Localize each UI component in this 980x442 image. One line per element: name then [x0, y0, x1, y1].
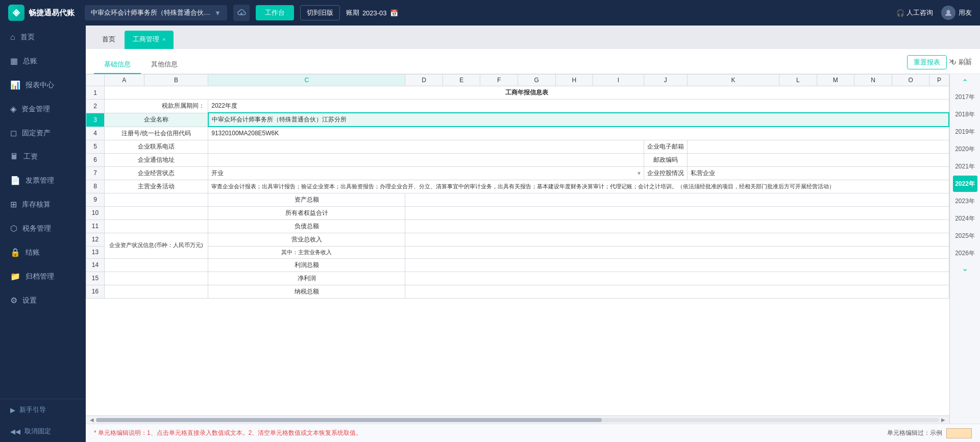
sidebar-item-assets[interactable]: ◻ 固定资产: [0, 121, 86, 145]
table-row: 6 企业通信地址 邮政编码: [86, 153, 949, 166]
tab-industry[interactable]: 工商管理 ×: [125, 31, 174, 49]
customer-service-btn[interactable]: 🎧 人工咨询: [896, 8, 933, 17]
unpin-btn[interactable]: ◀◀ 取消固定: [0, 421, 86, 442]
cell-biz-status-value[interactable]: 开业 ▼: [208, 166, 644, 180]
cell-debt-value[interactable]: [405, 219, 949, 233]
col-i-header: I: [593, 75, 644, 86]
col-m-header: M: [817, 75, 854, 86]
reset-report-button[interactable]: 重置报表: [907, 55, 947, 69]
col-c-header: C: [208, 75, 405, 86]
period-label: 账期: [346, 8, 359, 17]
scroll-thumb[interactable]: [96, 418, 602, 422]
sidebar-item-reports[interactable]: 📊 报表中心: [0, 73, 86, 97]
sidebar-item-archive[interactable]: 📁 归档管理: [0, 264, 86, 288]
tab-close-icon[interactable]: ×: [162, 36, 165, 42]
cell-reg-value[interactable]: 91320100MA208E5W6K: [208, 127, 949, 140]
calendar-icon[interactable]: 📅: [390, 9, 398, 17]
sub-tab-other[interactable]: 其他信息: [141, 56, 188, 74]
sub-tab-basic[interactable]: 基础信息: [94, 56, 141, 74]
cell-postcode-value[interactable]: [687, 153, 949, 166]
sidebar-item-funds[interactable]: ◈ 资金管理: [0, 97, 86, 121]
cell-profit-value[interactable]: [405, 258, 949, 272]
year-2023[interactable]: 2023年: [953, 193, 977, 209]
scroll-left-arrow[interactable]: ◀: [88, 416, 96, 424]
tab-industry-label: 工商管理: [133, 35, 159, 44]
sidebar-label-wages: 工资: [23, 152, 38, 161]
cell-phone-value[interactable]: [208, 140, 644, 153]
cell-email-value[interactable]: [687, 140, 949, 153]
cell-address-label: 企业通信地址: [105, 153, 208, 166]
table-row: 7 企业经营状态 开业 ▼ 企业控股情况 私营企业: [86, 166, 949, 180]
cell-net-profit-value[interactable]: [405, 272, 949, 285]
service-label: 人工咨询: [906, 8, 933, 17]
spreadsheet-scroll[interactable]: A B C D E F G H I J: [86, 74, 949, 415]
scroll-right-arrow[interactable]: ▶: [939, 416, 947, 424]
cell-main-rev-value[interactable]: [405, 246, 949, 258]
row-num-1: 1: [86, 86, 105, 100]
year-2017[interactable]: 2017年: [953, 89, 977, 105]
cloud-sync-icon[interactable]: [233, 5, 250, 21]
row-num-9: 9: [86, 193, 105, 206]
row-num-12: 12: [86, 233, 105, 246]
year-2021[interactable]: 2021年: [953, 158, 977, 175]
cell-net-profit-label: 净利润: [208, 272, 405, 285]
scroll-track[interactable]: [96, 418, 939, 422]
cell-tax-value[interactable]: [405, 285, 949, 298]
tax-icon: ⬡: [10, 224, 17, 233]
horizontal-scrollbar[interactable]: ◀ ▶: [86, 415, 949, 424]
assets-icon: ◻: [10, 128, 17, 138]
window-expand-button[interactable]: ⛶: [962, 55, 974, 67]
sidebar-item-inventory[interactable]: ⊞ 库存核算: [0, 192, 86, 216]
row-num-2: 2: [86, 100, 105, 113]
company-selector[interactable]: 中审众环会计师事务所（特殊普通合伙… ▼: [85, 5, 227, 20]
cell-reg-label: 注册号/统一社会信用代码: [105, 127, 208, 140]
sidebar-item-settings[interactable]: ⚙ 设置: [0, 288, 86, 312]
year-2019[interactable]: 2019年: [953, 124, 977, 140]
year-scroll-up-button[interactable]: ⌃: [956, 76, 974, 88]
svg-point-0: [15, 11, 18, 14]
old-version-button[interactable]: 切到旧版: [300, 5, 340, 20]
sidebar-item-home[interactable]: ⌂ 首页: [0, 26, 86, 49]
year-2026[interactable]: 2026年: [953, 245, 977, 261]
newbie-guide-btn[interactable]: ▶ 新手引导: [0, 399, 86, 421]
cell-main-biz-value[interactable]: 审查企业会计报表；出具审计报告；验证企业资本；出具验资报告；办理企业合开、分立、…: [208, 180, 949, 193]
cell-company-value[interactable]: 中审众环会计师事务所（特殊普通合伙）江苏分所: [208, 113, 949, 127]
year-2024[interactable]: 2024年: [953, 210, 977, 227]
col-h-header: H: [555, 75, 593, 86]
sidebar-label-close: 结账: [26, 248, 40, 257]
sidebar-item-ledger[interactable]: ▦ 总账: [0, 49, 86, 73]
cell-holding-label: 企业控股情况: [644, 166, 687, 180]
row-num-16: 16: [86, 285, 105, 298]
sidebar-item-wages[interactable]: 🖩 工资: [0, 145, 86, 168]
top-header: 畅捷通易代账 中审众环会计师事务所（特殊普通合伙… ▼ 工作台 切到旧版 账期 …: [0, 0, 980, 26]
sub-tabs: 基础信息 其他信息 重置报表 ↻ 刷新: [86, 49, 980, 74]
user-area[interactable]: 用友: [941, 6, 972, 20]
cell-period-value[interactable]: 2022年度: [208, 100, 949, 113]
cell-asset-value[interactable]: [405, 193, 949, 206]
cell-address-value[interactable]: [208, 153, 644, 166]
table-row: 10 所有者权益合计: [86, 206, 949, 219]
sidebar-label-settings: 设置: [22, 296, 37, 305]
spreadsheet-main: A B C D E F G H I J: [86, 74, 949, 424]
cell-equity-label: 所有者权益合计: [208, 206, 405, 219]
sidebar-item-invoices[interactable]: 📄 发票管理: [0, 168, 86, 192]
tab-home[interactable]: 首页: [94, 31, 124, 49]
year-2025[interactable]: 2025年: [953, 228, 977, 244]
cell-title[interactable]: 工商年报信息表: [105, 86, 949, 100]
year-2018[interactable]: 2018年: [953, 106, 977, 122]
cell-total-rev-value[interactable]: [405, 233, 949, 246]
year-2022[interactable]: 2022年: [953, 176, 977, 192]
sidebar-label-invoices: 发票管理: [26, 176, 54, 185]
table-row: 13 其中：主营业务收入: [86, 246, 949, 258]
table-row: 15 净利润: [86, 272, 949, 285]
workbench-button[interactable]: 工作台: [256, 5, 294, 20]
headset-icon: 🎧: [896, 9, 904, 17]
sidebar-item-close[interactable]: 🔒 结账: [0, 240, 86, 264]
settings-icon: ⚙: [10, 296, 17, 305]
year-scroll-down-button[interactable]: ⌄: [956, 262, 974, 274]
window-close-button[interactable]: ✕: [945, 55, 958, 67]
sidebar-item-tax[interactable]: ⬡ 税务管理: [0, 216, 86, 240]
cell-equity-value[interactable]: [405, 206, 949, 219]
cell-holding-value[interactable]: 私营企业: [687, 166, 949, 180]
year-2020[interactable]: 2020年: [953, 141, 977, 157]
